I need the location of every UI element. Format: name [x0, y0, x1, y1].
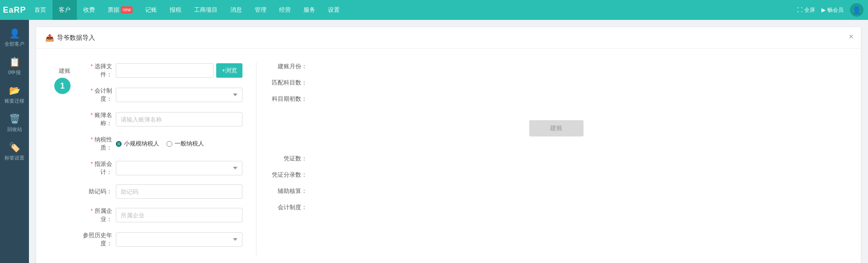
avatar[interactable]: 👤 — [850, 3, 863, 17]
nav-badge-new: new — [121, 6, 133, 14]
nav-label-services: 服务 — [304, 6, 315, 14]
declaration-icon: 📋 — [9, 56, 20, 67]
play-icon: ▶ — [821, 7, 825, 13]
ledger-name-input[interactable] — [116, 112, 242, 127]
sidebar-item-recycle[interactable]: 🗑️ 回收站 — [0, 109, 29, 137]
memo-code-row: 助记码： — [80, 184, 242, 199]
info-voucher-entries-label: 凭证分录数： — [270, 171, 311, 179]
accounting-system-select[interactable] — [116, 88, 242, 102]
sidebar-label-recycle: 回收站 — [7, 126, 22, 133]
info-match-subjects: 匹配科目数： — [270, 79, 843, 87]
fullscreen-btn[interactable]: ⛶ 全屏 — [797, 6, 815, 14]
nav-item-business[interactable]: 工商项目 — [188, 0, 224, 20]
nav-item-messages[interactable]: 消息 — [224, 0, 248, 20]
nav-label-operations: 经营 — [279, 6, 291, 14]
import-icon: 📤 — [45, 33, 54, 42]
main-layout: 👤 全部客户 📋 0申报 📂 账套迁移 🗑️ 回收站 🏷️ 标签设置 📤 导爷数… — [0, 20, 868, 263]
file-input[interactable] — [116, 63, 213, 78]
sidebar-item-tags[interactable]: 🏷️ 标签设置 — [0, 137, 29, 166]
info-vouchers: 凭证数： — [270, 155, 843, 163]
accountant-row: 指派会计： — [80, 160, 242, 176]
info-accounting-month-label: 建账月份： — [270, 62, 311, 70]
company-row: 所属企业： — [80, 207, 242, 223]
info-initial-subjects-label: 科目期初数： — [270, 95, 311, 103]
fullscreen-icon: ⛶ — [797, 7, 802, 13]
nav-label-messages: 消息 — [230, 6, 242, 14]
radio-small-label: 小规模纳税人 — [124, 140, 159, 148]
step-indicator: 建账 1 — [54, 62, 80, 256]
sidebar: 👤 全部客户 📋 0申报 📂 账套迁移 🗑️ 回收站 🏷️ 标签设置 — [0, 20, 29, 263]
nav-item-customers[interactable]: 客户 — [52, 0, 77, 20]
fullscreen-label: 全屏 — [804, 6, 815, 14]
radio-small-input[interactable] — [116, 141, 122, 147]
step-label: 建账 — [59, 67, 71, 75]
info-accounting-system-label: 会计制度： — [270, 203, 311, 211]
nav-item-services[interactable]: 服务 — [297, 0, 322, 20]
nav-item-invoices[interactable]: 票据 new — [101, 0, 139, 20]
radio-general-taxpayer[interactable]: 一般纳税人 — [166, 140, 204, 148]
nav-item-admin[interactable]: 管理 — [248, 0, 273, 20]
accounting-system-row: 会计制度： — [80, 87, 242, 103]
form-divider — [256, 62, 256, 256]
info-accounting-system: 会计制度： — [270, 203, 843, 211]
logo[interactable]: EaRP — [5, 0, 24, 20]
nav-label-bookkeeping: 记账 — [145, 6, 157, 14]
nav-right: ⛶ 全屏 ▶ 畅会员 👤 — [797, 3, 863, 17]
memo-code-label: 助记码： — [80, 188, 116, 196]
ledger-name-row: 账簿名称： — [80, 111, 242, 127]
nav-label-settings: 设置 — [328, 6, 340, 14]
file-select-row: 选择文件： +浏览 — [80, 62, 242, 79]
sidebar-item-declaration[interactable]: 📋 0申报 — [0, 52, 29, 80]
form-container: 建账 1 选择文件： +浏览 会计制度： — [36, 49, 861, 263]
nav-label-invoices: 票据 — [108, 6, 119, 14]
reference-year-row: 参照历史年度： — [80, 231, 242, 248]
step-circle: 1 — [54, 78, 71, 94]
file-label: 选择文件： — [80, 62, 116, 79]
tax-type-row: 纳税性质： 小规模纳税人 一般纳税人 — [80, 136, 242, 152]
create-account-button[interactable]: 建账 — [529, 120, 583, 136]
sidebar-label-all-customers: 全部客户 — [5, 41, 24, 47]
nav-item-operations[interactable]: 经营 — [273, 0, 297, 20]
reference-year-select[interactable] — [116, 232, 242, 247]
migration-icon: 📂 — [9, 85, 20, 96]
radio-general-input[interactable] — [166, 141, 172, 147]
info-vouchers-label: 凭证数： — [270, 155, 311, 163]
top-nav: EaRP 首页 客户 收费 票据 new 记账 报税 工商项目 消息 管理 经营… — [0, 0, 868, 20]
tax-type-label: 纳税性质： — [80, 136, 116, 152]
nav-item-fees[interactable]: 收费 — [77, 0, 101, 20]
panel-header: 📤 导爷数据导入 × — [36, 27, 861, 49]
info-initial-subjects: 科目期初数： — [270, 95, 843, 103]
accountant-select[interactable] — [116, 161, 242, 175]
form-section-right: 建账月份： 匹配科目数： 科目期初数： 建账 — [270, 62, 843, 256]
form-section-left: 选择文件： +浏览 会计制度： — [80, 62, 242, 256]
member-btn[interactable]: ▶ 畅会员 — [821, 6, 844, 14]
company-input[interactable] — [116, 208, 242, 222]
recycle-icon: 🗑️ — [9, 113, 20, 124]
nav-label-admin: 管理 — [255, 6, 266, 14]
nav-label-customers: 客户 — [59, 6, 71, 14]
nav-item-settings[interactable]: 设置 — [322, 0, 346, 20]
logo-text: EaRP — [3, 5, 26, 15]
nav-item-tax[interactable]: 报税 — [163, 0, 188, 20]
radio-small-taxpayer[interactable]: 小规模纳税人 — [116, 140, 159, 148]
accountant-label: 指派会计： — [80, 160, 116, 176]
browse-button[interactable]: +浏览 — [216, 63, 242, 78]
member-label: 畅会员 — [827, 6, 844, 14]
company-label: 所属企业： — [80, 207, 116, 223]
info-aux-calculation: 辅助核算： — [270, 187, 843, 195]
close-button[interactable]: × — [849, 33, 854, 41]
panel-title: 导爷数据导入 — [57, 34, 95, 42]
info-accounting-month: 建账月份： — [270, 62, 843, 70]
nav-item-home[interactable]: 首页 — [28, 0, 52, 20]
nav-label-tax: 报税 — [170, 6, 181, 14]
nav-label-fees: 收费 — [83, 6, 95, 14]
avatar-icon: 👤 — [852, 6, 861, 14]
file-row: +浏览 — [116, 63, 242, 78]
tags-icon: 🏷️ — [9, 142, 20, 153]
nav-item-bookkeeping[interactable]: 记账 — [139, 0, 163, 20]
sidebar-item-all-customers[interactable]: 👤 全部客户 — [0, 23, 29, 52]
memo-code-input[interactable] — [116, 184, 242, 199]
info-aux-calculation-label: 辅助核算： — [270, 187, 311, 195]
sidebar-item-migration[interactable]: 📂 账套迁移 — [0, 80, 29, 109]
info-voucher-entries: 凭证分录数： — [270, 171, 843, 179]
